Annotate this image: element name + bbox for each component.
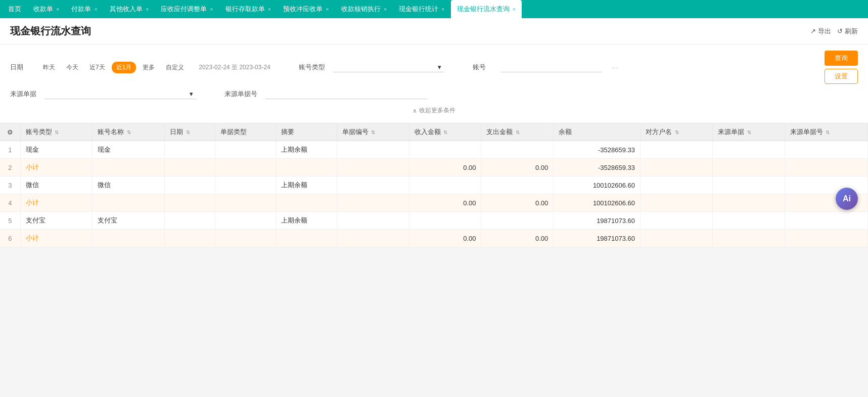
- cell-counterpart: [641, 177, 713, 194]
- nav-tab-yushouchong[interactable]: 预收冲应收单 ×: [277, 0, 335, 18]
- settings-button[interactable]: 设置: [825, 69, 858, 84]
- table-row[interactable]: 4小计0.000.00100102606.60: [0, 194, 868, 212]
- row-num: 4: [0, 194, 20, 212]
- nav-tab-home[interactable]: 首页: [2, 0, 27, 18]
- close-icon[interactable]: ×: [513, 6, 516, 12]
- column-doc-type[interactable]: 单据类型: [215, 123, 276, 141]
- cell-account-name: [93, 194, 165, 212]
- cell-balance: 19871073.60: [554, 212, 641, 230]
- column-balance[interactable]: 余额: [554, 123, 641, 141]
- source-doc-no-input[interactable]: [265, 89, 427, 99]
- cell-doc-no: [337, 212, 409, 230]
- nav-tab-yinhangcunqu[interactable]: 银行存取款单 ×: [219, 0, 277, 18]
- table-container: ⚙ 账号类型 ⇅ 账号名称 ⇅ 日期 ⇅ 单据类型 摘要: [0, 123, 868, 247]
- nav-tab-fukuan[interactable]: 付款单 ×: [65, 0, 103, 18]
- refresh-button[interactable]: ↺ 刷新: [837, 27, 858, 36]
- table-row[interactable]: 5支付宝支付宝上期余额19871073.60: [0, 212, 868, 230]
- cell-account-type: 现金: [20, 141, 93, 159]
- table-row[interactable]: 1现金现金上期余额-3528659.33: [0, 141, 868, 159]
- date-btn-more[interactable]: 更多: [138, 62, 159, 73]
- cell-doc-no: [337, 230, 409, 247]
- close-icon[interactable]: ×: [441, 6, 444, 12]
- table-row[interactable]: 6小计0.000.0019871073.60: [0, 230, 868, 247]
- cell-expense: 0.00: [481, 159, 554, 177]
- cell-doc-no: [337, 177, 409, 194]
- cell-income: 0.00: [409, 194, 481, 212]
- cell-summary: 上期余额: [276, 212, 337, 230]
- query-button[interactable]: 查询: [825, 51, 858, 66]
- column-source-doc[interactable]: 来源单据 ⇅: [712, 123, 785, 141]
- close-icon[interactable]: ×: [56, 6, 59, 12]
- cell-balance: 19871073.60: [554, 230, 641, 247]
- column-gear[interactable]: ⚙: [0, 123, 20, 141]
- nav-tab-qitashouru-label: 其他收入单: [110, 5, 143, 14]
- cell-expense: [481, 177, 554, 194]
- date-btn-custom[interactable]: 自定义: [161, 62, 189, 73]
- cell-counterpart: [641, 212, 713, 230]
- account-input[interactable]: [501, 62, 602, 72]
- close-icon[interactable]: ×: [326, 6, 329, 12]
- account-type-select[interactable]: ▾: [333, 62, 444, 72]
- column-source-doc-no[interactable]: 来源单据号 ⇅: [785, 123, 867, 141]
- date-btn-today[interactable]: 今天: [62, 62, 83, 73]
- export-label: 导出: [818, 27, 831, 36]
- cell-balance: 100102606.60: [554, 194, 641, 212]
- date-btn-yesterday[interactable]: 昨天: [38, 62, 60, 73]
- cell-source-doc-no: [785, 141, 867, 159]
- nav-tab-liushui[interactable]: 现金银行流水查询 ×: [451, 0, 522, 18]
- cell-summary: [276, 230, 337, 247]
- column-summary[interactable]: 摘要: [276, 123, 337, 141]
- cell-summary: [276, 194, 337, 212]
- column-counterpart[interactable]: 对方户名 ⇅: [641, 123, 713, 141]
- cell-doc-type: [215, 212, 276, 230]
- column-expense[interactable]: 支出金额 ⇅: [481, 123, 554, 141]
- ai-assistant-button[interactable]: Ai: [836, 188, 858, 210]
- nav-tab-shoukuan[interactable]: 收款单 ×: [27, 0, 65, 18]
- cell-expense: 0.00: [481, 230, 554, 247]
- source-doc-select[interactable]: ▾: [44, 89, 196, 99]
- cell-doc-type: [215, 194, 276, 212]
- cell-counterpart: [641, 159, 713, 177]
- column-date[interactable]: 日期 ⇅: [165, 123, 215, 141]
- cell-doc-no: [337, 194, 409, 212]
- collapse-button[interactable]: ∧ 收起更多条件: [10, 104, 858, 117]
- close-icon[interactable]: ×: [384, 6, 387, 12]
- table-row[interactable]: 2小计0.000.00-3528659.33: [0, 159, 868, 177]
- date-btn-1month[interactable]: 近1月: [112, 62, 136, 73]
- column-doc-no[interactable]: 单据编号 ⇅: [337, 123, 409, 141]
- date-btn-7days[interactable]: 近7天: [85, 62, 110, 73]
- source-doc-chevron-icon: ▾: [190, 90, 193, 98]
- column-source-doc-label: 来源单据: [718, 128, 744, 136]
- export-button[interactable]: ↗ 导出: [810, 27, 831, 36]
- column-income[interactable]: 收入金额 ⇅: [409, 123, 481, 141]
- nav-tab-yushouchong-label: 预收冲应收单: [283, 5, 323, 14]
- nav-tab-qitashouru[interactable]: 其他收入单 ×: [104, 0, 155, 18]
- sort-icon: ⇅: [675, 129, 679, 135]
- source-doc-label: 来源单据: [10, 90, 36, 99]
- column-account-name-label: 账号名称: [98, 128, 124, 136]
- nav-tab-yingshouyingfu[interactable]: 应收应付调整单 ×: [155, 0, 219, 18]
- cell-summary: 上期余额: [276, 177, 337, 194]
- column-account-type[interactable]: 账号类型 ⇅: [20, 123, 93, 141]
- dots-icon[interactable]: ···: [610, 64, 620, 71]
- nav-tab-xianjinyinhang[interactable]: 现金银行统计 ×: [393, 0, 450, 18]
- close-icon[interactable]: ×: [94, 6, 97, 12]
- filter-row-date: 日期 昨天 今天 近7天 近1月 更多 自定义 2023-02-24 至 202…: [10, 51, 858, 84]
- close-icon[interactable]: ×: [268, 6, 271, 12]
- nav-tab-liushui-label: 现金银行流水查询: [457, 5, 510, 14]
- close-icon[interactable]: ×: [146, 6, 149, 12]
- nav-tab-xianjinyinhang-label: 现金银行统计: [399, 5, 438, 14]
- table-row[interactable]: 3微信微信上期余额100102606.60: [0, 177, 868, 194]
- cell-doc-type: [215, 230, 276, 247]
- column-income-label: 收入金额: [415, 128, 441, 136]
- header-actions: ↗ 导出 ↺ 刷新: [810, 27, 858, 36]
- column-account-name[interactable]: 账号名称 ⇅: [93, 123, 165, 141]
- cell-balance: 100102606.60: [554, 177, 641, 194]
- cell-summary: 上期余额: [276, 141, 337, 159]
- row-num: 3: [0, 177, 20, 194]
- cell-source-doc-no: [785, 159, 867, 177]
- table-body: 1现金现金上期余额-3528659.332小计0.000.00-3528659.…: [0, 141, 868, 247]
- cell-source-doc: [712, 141, 785, 159]
- nav-tab-shoukuanhexiao[interactable]: 收款核销执行 ×: [335, 0, 393, 18]
- close-icon[interactable]: ×: [210, 6, 213, 12]
